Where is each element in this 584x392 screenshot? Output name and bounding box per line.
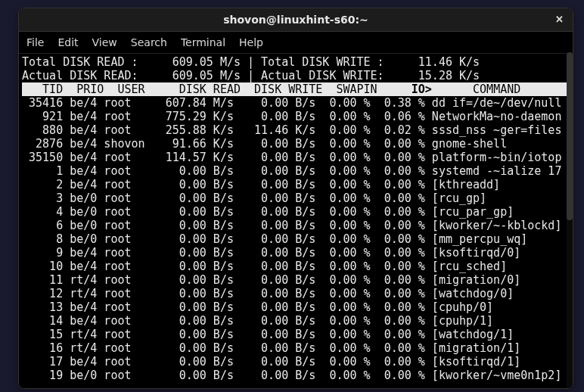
menu-view[interactable]: View <box>92 36 117 48</box>
scrollbar[interactable] <box>567 52 573 388</box>
close-icon[interactable]: ✕ <box>551 12 567 27</box>
menu-search[interactable]: Search <box>131 36 167 48</box>
menu-help[interactable]: Help <box>239 36 263 48</box>
menu-terminal[interactable]: Terminal <box>181 36 225 48</box>
titlebar: shovon@linuxhint-s60:~ ✕ <box>19 8 573 32</box>
iotop-header-row: TID PRIO USER DISK READ DISK WRITE SWAPI… <box>22 82 570 96</box>
terminal-window: shovon@linuxhint-s60:~ ✕ File Edit View … <box>18 8 573 389</box>
menu-edit[interactable]: Edit <box>57 36 78 48</box>
menubar: File Edit View Search Terminal Help <box>19 32 573 54</box>
terminal-output[interactable]: Total DISK READ : 609.05 M/s | Total DIS… <box>19 54 573 389</box>
menu-file[interactable]: File <box>26 36 44 48</box>
iotop-rows: 35416 be/4 root 607.84 M/s 0.00 B/s 0.00… <box>22 96 561 382</box>
summary-lines: Total DISK READ : 609.05 M/s | Total DIS… <box>22 55 480 82</box>
window-title: shovon@linuxhint-s60:~ <box>223 14 368 26</box>
scrollbar-thumb[interactable] <box>567 52 573 220</box>
